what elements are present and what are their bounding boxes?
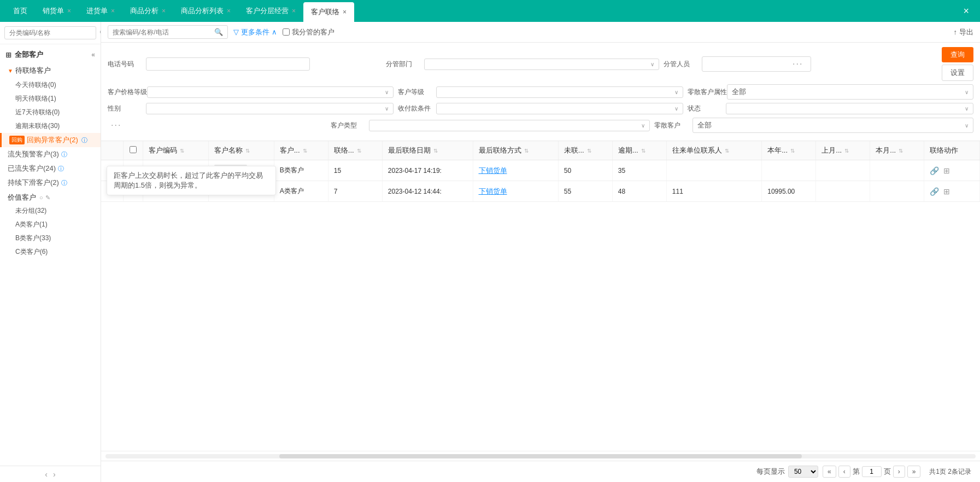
nav-home[interactable]: 首页 xyxy=(5,0,35,22)
col-header-last-method[interactable]: 最后联络方式 ⇅ xyxy=(473,141,558,160)
my-customers-checkbox-area: 我分管的客户 xyxy=(283,27,335,37)
sidebar-group-pending-contact[interactable]: ▼ 待联络客户 xyxy=(0,63,101,78)
nav-purchase-close[interactable]: × xyxy=(111,7,115,15)
sidebar-next-arrow[interactable]: › xyxy=(53,470,56,479)
query-button[interactable]: 查询 xyxy=(942,47,973,62)
filter-gender-select[interactable]: ∨ xyxy=(146,103,394,114)
sidebar-item-churn-warning[interactable]: 流失预警客户(3) ⓘ xyxy=(0,147,101,161)
nav-customer-layer[interactable]: 客户分层经营 × xyxy=(238,0,303,22)
col-header-last-date[interactable]: 最后联络日期 ⇅ xyxy=(382,141,473,160)
dots-icon[interactable]: ··· xyxy=(789,59,806,69)
sidebar-search-input[interactable] xyxy=(4,26,96,39)
filter-customer-type-select[interactable]: ∨ xyxy=(369,120,650,131)
scroll-bar-thumb[interactable] xyxy=(279,454,801,458)
filter-search-box: 🔍 xyxy=(108,25,228,39)
filter-cell-branch-person: 分管人员 ··· xyxy=(664,56,937,72)
col-header-pending[interactable]: 未联... ⇅ xyxy=(558,141,612,160)
filter-cell-customer-level: 客户等级 ∨ xyxy=(398,86,684,98)
sort-icon-type: ⇅ xyxy=(303,148,307,154)
col-header-code[interactable]: 客户编码 ⇅ xyxy=(143,141,208,160)
filter-retail-customer-select[interactable]: 全部 ∨ xyxy=(693,118,973,133)
sidebar-item-declining[interactable]: 持续下滑客户(2) ⓘ xyxy=(0,176,101,190)
last-method-link[interactable]: 下销货单 xyxy=(479,166,507,175)
nav-sales-close[interactable]: × xyxy=(67,7,71,15)
filter-row-2: 客户价格等级 ∨ 客户等级 ∨ 零散客户属性 全部 xyxy=(108,84,973,100)
page-prev-button[interactable]: ‹ xyxy=(838,466,850,478)
filter-cell-dots: ··· xyxy=(108,120,326,130)
action-link-icon[interactable]: 🔗 xyxy=(930,187,939,196)
filter-search-input[interactable] xyxy=(113,28,214,36)
sidebar-item-week-contact[interactable]: 近7天待联络(0) xyxy=(0,106,101,119)
export-button[interactable]: ↑ 导出 xyxy=(954,27,974,37)
action-buttons: 查询 设置 xyxy=(942,47,973,81)
more-conditions-button[interactable]: ▽ 更多条件 ∧ xyxy=(233,27,277,37)
sidebar-item-tomorrow-contact[interactable]: 明天待联络(1) xyxy=(0,92,101,106)
dots-more-icon[interactable]: ··· xyxy=(108,120,125,130)
nav-goods-list-close[interactable]: × xyxy=(227,7,231,15)
sidebar-item-c-customers[interactable]: C类客户(6) xyxy=(0,245,101,259)
filter-cell-price-level: 客户价格等级 ∨ xyxy=(108,86,394,98)
sidebar-item-a-customers[interactable]: A类客户(1) xyxy=(0,218,101,231)
action-grid-icon[interactable]: ⊞ xyxy=(943,166,950,175)
page-last-button[interactable]: » xyxy=(907,466,921,478)
settings-button[interactable]: 设置 xyxy=(942,65,973,81)
sidebar-collapse-button[interactable]: « xyxy=(91,51,95,59)
select-all-checkbox[interactable] xyxy=(130,146,137,153)
col-header-overdue[interactable]: 逾期... ⇅ xyxy=(612,141,666,160)
sidebar-item-b-customers[interactable]: B类客户(33) xyxy=(0,231,101,245)
cell-last-month xyxy=(816,160,870,181)
nav-customer-layer-close[interactable]: × xyxy=(292,7,296,15)
filter-price-level-select[interactable]: ∨ xyxy=(147,86,394,98)
filter-branch-person-select[interactable]: ··· xyxy=(702,56,811,72)
last-method-link[interactable]: 下销货单 xyxy=(479,187,507,195)
my-customers-checkbox[interactable] xyxy=(283,28,290,36)
grid-icon: ⊞ xyxy=(5,51,11,59)
filter-status-select[interactable]: ∨ xyxy=(726,103,973,114)
sidebar-item-overdue-contact[interactable]: 逾期未联络(30) xyxy=(0,119,101,133)
sort-icon-this-year: ⇅ xyxy=(790,148,795,154)
nav-sales[interactable]: 销货单 × xyxy=(35,0,79,22)
sidebar-all-customers[interactable]: ⊞ 全部客户 « xyxy=(0,47,101,63)
cell-this-month xyxy=(870,181,924,202)
page-first-button[interactable]: « xyxy=(823,466,836,478)
filter-retail-attr-select[interactable]: 全部 ∨ xyxy=(727,84,973,100)
action-link-icon[interactable]: 🔗 xyxy=(930,166,939,175)
info-icon-churn[interactable]: ⓘ xyxy=(61,150,67,159)
info-icon-declining[interactable]: ⓘ xyxy=(61,179,67,187)
info-icon-churned[interactable]: ⓘ xyxy=(58,165,64,173)
window-close-button[interactable]: × xyxy=(958,5,975,17)
nav-goods-list[interactable]: 商品分析列表 × xyxy=(173,0,238,22)
col-header-this-month[interactable]: 本月... ⇅ xyxy=(870,141,924,160)
nav-customer-contact-close[interactable]: × xyxy=(343,8,347,16)
col-header-check xyxy=(123,141,143,160)
filter-payment-terms-select[interactable]: ∨ xyxy=(436,103,684,114)
filter-phone-input[interactable] xyxy=(146,57,310,71)
sidebar-item-churned[interactable]: 已流失客户(24) ⓘ xyxy=(0,161,101,176)
info-icon[interactable]: ⓘ xyxy=(81,136,87,144)
sidebar-item-ungroup[interactable]: 未分组(32) xyxy=(0,204,101,218)
page-number-input[interactable] xyxy=(862,466,882,477)
cell-overdue: 35 xyxy=(612,160,666,181)
nav-goods-analysis[interactable]: 商品分析 × xyxy=(122,0,173,22)
nav-purchase[interactable]: 进货单 × xyxy=(79,0,122,22)
value-customers-edit-icon[interactable]: ○ xyxy=(39,194,43,201)
per-page-select[interactable]: 50 100 200 xyxy=(788,466,818,478)
col-header-last-month[interactable]: 上月... ⇅ xyxy=(816,141,870,160)
sidebar-item-today-contact[interactable]: 今天待联络(0) xyxy=(0,78,101,92)
filter-customer-level-select[interactable]: ∨ xyxy=(436,86,684,98)
col-header-type[interactable]: 客户... ⇅ xyxy=(274,141,328,160)
filter-search-icon[interactable]: 🔍 xyxy=(214,28,223,36)
scroll-bar-track[interactable] xyxy=(105,454,976,458)
col-header-contact[interactable]: 联络... ⇅ xyxy=(328,141,382,160)
sidebar-prev-arrow[interactable]: ‹ xyxy=(45,470,48,479)
value-customers-edit2-icon[interactable]: ✎ xyxy=(45,194,50,201)
col-header-name[interactable]: 客户名称 ⇅ xyxy=(208,141,274,160)
sidebar-item-repurchase-abnormal[interactable]: 回购 回购异常客户(2) ⓘ xyxy=(0,133,101,147)
col-header-unit-contacts[interactable]: 往来单位联系人 ⇅ xyxy=(666,141,761,160)
nav-customer-contact[interactable]: 客户联络 × xyxy=(303,2,354,22)
page-next-button[interactable]: › xyxy=(893,466,905,478)
filter-branch-dept-select[interactable]: ∨ xyxy=(424,59,660,70)
action-grid-icon[interactable]: ⊞ xyxy=(943,187,950,196)
nav-goods-analysis-close[interactable]: × xyxy=(162,7,166,15)
col-header-this-year[interactable]: 本年... ⇅ xyxy=(762,141,816,160)
